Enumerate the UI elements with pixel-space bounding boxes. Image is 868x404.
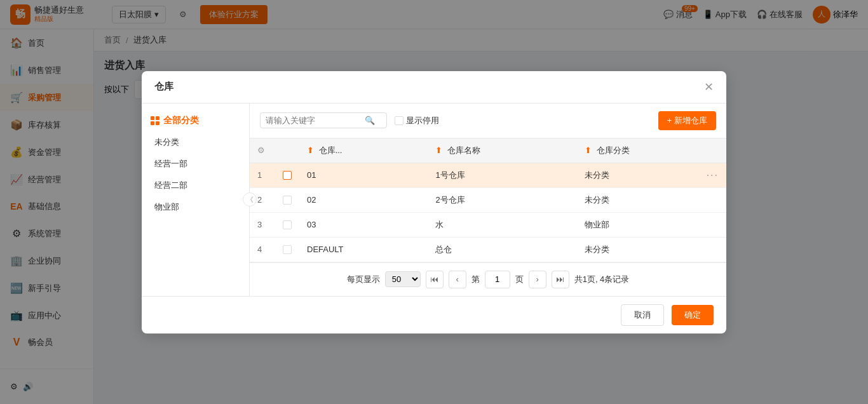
cell-checkbox[interactable] bbox=[275, 187, 299, 212]
cell-category: 未分类 ··· bbox=[577, 163, 726, 187]
col-code: ⬆ 仓库... bbox=[299, 138, 428, 163]
col-category: ⬆ 仓库分类 bbox=[577, 138, 726, 163]
modal-footer: 取消 确定 bbox=[142, 296, 726, 333]
per-page-label: 每页显示 bbox=[347, 274, 380, 285]
last-page-button[interactable]: ⏭ bbox=[552, 271, 569, 288]
cell-name: 总仓 bbox=[428, 237, 577, 262]
modal-title: 仓库 bbox=[154, 81, 173, 93]
cell-num: 4 bbox=[250, 237, 275, 262]
cell-num: 1 bbox=[250, 163, 275, 187]
page-suffix: 页 bbox=[515, 274, 524, 285]
show-disabled-label: 显示停用 bbox=[406, 115, 439, 126]
cell-category: 物业部 bbox=[577, 212, 726, 237]
category-item-property[interactable]: 物业部 bbox=[142, 196, 249, 218]
search-icon: 🔍 bbox=[365, 116, 375, 125]
left-panel: 全部分类 《 未分类 经营一部 经营二部 物业部 bbox=[142, 104, 250, 296]
sort-icon-name: ⬆ bbox=[435, 145, 442, 155]
cell-code: 03 bbox=[299, 212, 428, 237]
modal-header: 仓库 ✕ bbox=[142, 71, 726, 104]
cell-name: 1号仓库 bbox=[428, 163, 577, 187]
cell-name: 2号仓库 bbox=[428, 187, 577, 212]
table-row[interactable]: 3 03 水 物业部 bbox=[250, 212, 726, 237]
cell-checkbox[interactable] bbox=[275, 163, 299, 187]
cell-code: DEFAULT bbox=[299, 237, 428, 262]
col-gear: ⚙ bbox=[250, 138, 275, 163]
show-disabled-toggle[interactable]: 显示停用 bbox=[395, 115, 439, 126]
modal-overlay[interactable]: 仓库 ✕ 全部分类 《 未分类 经营一部 bbox=[0, 0, 868, 404]
cell-category: 未分类 bbox=[577, 187, 726, 212]
category-item-dept2[interactable]: 经营二部 bbox=[142, 175, 249, 196]
total-info: 共1页, 4条记录 bbox=[574, 274, 630, 285]
category-item-uncategorized[interactable]: 未分类 bbox=[142, 131, 249, 153]
sort-icon-code: ⬆ bbox=[307, 145, 314, 155]
more-button[interactable]: ··· bbox=[707, 170, 719, 181]
all-categories-label: 全部分类 bbox=[163, 115, 199, 126]
warehouse-modal: 仓库 ✕ 全部分类 《 未分类 经营一部 bbox=[142, 71, 726, 333]
col-checkbox bbox=[275, 138, 299, 163]
cancel-button[interactable]: 取消 bbox=[621, 304, 664, 326]
grid-icon bbox=[151, 116, 159, 125]
modal-body: 全部分类 《 未分类 经营一部 经营二部 物业部 bbox=[142, 104, 726, 296]
first-page-button[interactable]: ⏮ bbox=[426, 271, 444, 288]
cell-code: 02 bbox=[299, 187, 428, 212]
show-disabled-checkbox[interactable] bbox=[395, 116, 403, 125]
table-row[interactable]: 2 02 2号仓库 未分类 bbox=[250, 187, 726, 212]
collapse-panel-button[interactable]: 《 bbox=[243, 192, 257, 206]
table-row[interactable]: 1 01 1号仓库 未分类 ··· bbox=[250, 163, 726, 187]
warehouse-table: ⚙ ⬆ 仓库... ⬆ 仓库名称 bbox=[250, 138, 726, 262]
cell-num: 3 bbox=[250, 212, 275, 237]
category-item-dept1[interactable]: 经营一部 bbox=[142, 153, 249, 175]
table-row[interactable]: 4 DEFAULT 总仓 未分类 bbox=[250, 237, 726, 262]
per-page-select[interactable]: 50 100 bbox=[385, 271, 421, 287]
confirm-button[interactable]: 确定 bbox=[672, 305, 714, 325]
cell-checkbox[interactable] bbox=[275, 212, 299, 237]
col-name: ⬆ 仓库名称 bbox=[428, 138, 577, 163]
search-box: 🔍 bbox=[260, 112, 387, 128]
warehouse-table-container: ⚙ ⬆ 仓库... ⬆ 仓库名称 bbox=[250, 138, 726, 262]
pagination-bar: 每页显示 50 100 ⏮ ‹ 第 页 › ⏭ 共1页, 4条记录 bbox=[250, 262, 726, 296]
chevron-left-icon: 《 bbox=[247, 195, 254, 205]
cell-code: 01 bbox=[299, 163, 428, 187]
modal-close-button[interactable]: ✕ bbox=[704, 80, 714, 94]
cell-category: 未分类 bbox=[577, 237, 726, 262]
next-page-button[interactable]: › bbox=[529, 271, 546, 288]
cell-name: 水 bbox=[428, 212, 577, 237]
all-categories-header[interactable]: 全部分类 bbox=[142, 110, 249, 131]
sort-icon-category: ⬆ bbox=[585, 145, 592, 155]
table-header-row: ⚙ ⬆ 仓库... ⬆ 仓库名称 bbox=[250, 138, 726, 163]
right-panel: 🔍 显示停用 + 新增仓库 ⚙ bbox=[250, 104, 726, 296]
current-page-input[interactable] bbox=[485, 271, 510, 288]
prev-page-button[interactable]: ‹ bbox=[449, 271, 466, 288]
right-toolbar: 🔍 显示停用 + 新增仓库 bbox=[250, 104, 726, 138]
page-label: 第 bbox=[471, 274, 480, 285]
cell-checkbox[interactable] bbox=[275, 237, 299, 262]
add-warehouse-button[interactable]: + 新增仓库 bbox=[658, 111, 716, 130]
search-input[interactable] bbox=[266, 116, 361, 125]
